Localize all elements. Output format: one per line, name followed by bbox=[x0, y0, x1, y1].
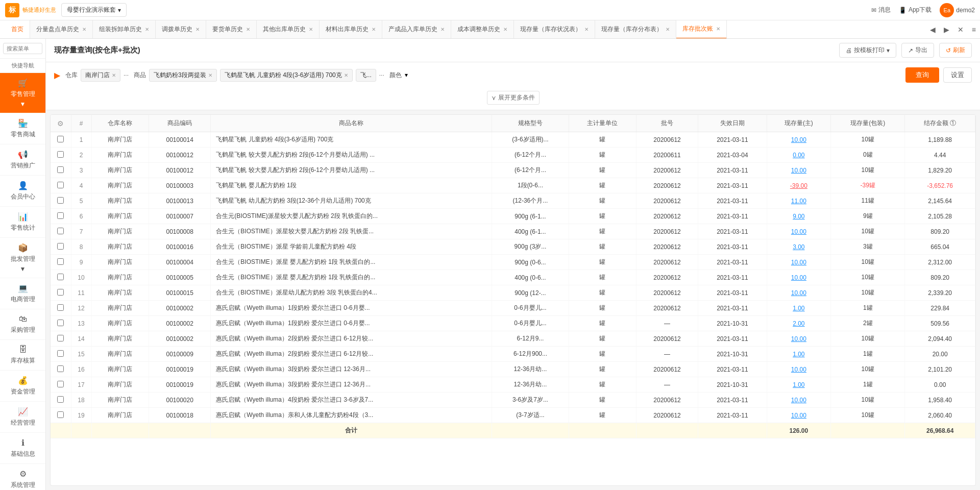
tab-close-icon[interactable]: ✕ bbox=[246, 27, 250, 32]
td-qty-main[interactable]: 10.00 bbox=[767, 408, 831, 423]
sidebar-item-wholesale[interactable]: 📦 批发管理 ▼ bbox=[0, 238, 45, 278]
sidebar-item-member[interactable]: 👤 会员中心 bbox=[0, 176, 45, 207]
row-checkbox[interactable] bbox=[57, 151, 64, 158]
tab-close-icon[interactable]: ✕ bbox=[145, 27, 149, 32]
tab-close-icon[interactable]: ✕ bbox=[309, 27, 313, 32]
tab-chengben[interactable]: 成本调整单历史 ✕ bbox=[451, 20, 514, 39]
tab-fenpan[interactable]: 分量盘点单历史 ✕ bbox=[30, 20, 93, 39]
row-checkbox[interactable] bbox=[57, 335, 64, 341]
row-checkbox[interactable] bbox=[57, 166, 64, 173]
row-checkbox[interactable] bbox=[57, 243, 64, 250]
store-selector[interactable]: 母婴行业演示账套 ▾ bbox=[61, 3, 127, 17]
expand-more-conditions-button[interactable]: ⋎ 展开更多条件 bbox=[487, 91, 540, 105]
sidebar-item-marketing[interactable]: 📢 营销推广 bbox=[0, 144, 45, 176]
td-qty-main[interactable]: -39.00 bbox=[767, 178, 831, 193]
app-download-action[interactable]: 📱 App下载 bbox=[899, 6, 932, 14]
product-tag-1[interactable]: 飞鹤奶粉3段两提装 ✕ bbox=[149, 69, 217, 82]
sidebar-item-retail-shop[interactable]: 🏪 零售商城 bbox=[0, 113, 45, 144]
search-input[interactable] bbox=[3, 43, 42, 54]
td-qty-main[interactable]: 10.00 bbox=[767, 270, 831, 285]
export-button[interactable]: ↗ 导出 bbox=[901, 43, 934, 58]
td-qty-main[interactable]: 10.00 bbox=[767, 331, 831, 347]
td-qty-main[interactable]: 10.00 bbox=[767, 393, 831, 408]
row-checkbox[interactable] bbox=[57, 365, 64, 372]
tab-prev-icon[interactable]: ◀ bbox=[926, 26, 940, 34]
row-checkbox[interactable] bbox=[57, 136, 64, 142]
sidebar-item-finance[interactable]: 💰 资金管理 bbox=[0, 371, 45, 402]
td-qty-main[interactable]: 9.00 bbox=[767, 209, 831, 224]
tag-close-icon[interactable]: ✕ bbox=[208, 72, 212, 78]
tab-close-icon[interactable]: ✕ bbox=[372, 27, 376, 32]
row-checkbox[interactable] bbox=[57, 274, 64, 280]
row-checkbox[interactable] bbox=[57, 396, 64, 403]
td-qty-main[interactable]: 11.00 bbox=[767, 193, 831, 209]
row-checkbox[interactable] bbox=[57, 258, 64, 265]
tab-zuhe[interactable]: 组装拆卸单历史 ✕ bbox=[93, 20, 156, 39]
td-qty-main[interactable]: 2.00 bbox=[767, 316, 831, 331]
row-checkbox[interactable] bbox=[57, 381, 64, 387]
tab-yaohuo[interactable]: 要货单历史 ✕ bbox=[206, 20, 257, 39]
message-action[interactable]: ✉ 消息 bbox=[871, 6, 891, 14]
tab-close-icon[interactable]: ✕ bbox=[195, 27, 200, 32]
td-qty-main[interactable]: 1.00 bbox=[767, 377, 831, 393]
sidebar-item-system[interactable]: ⚙ 系统管理 bbox=[0, 464, 45, 490]
row-checkbox[interactable] bbox=[57, 212, 64, 219]
row-checkbox[interactable] bbox=[57, 350, 64, 357]
sidebar-item-retail-management[interactable]: 🛒 零售管理 ▼ bbox=[0, 73, 45, 113]
tab-close-icon[interactable]: ✕ bbox=[440, 27, 445, 32]
sidebar-item-operations[interactable]: 📈 经营管理 bbox=[0, 402, 45, 433]
product-tag-more[interactable]: 飞... bbox=[356, 69, 376, 82]
warehouse-more-icon[interactable]: ··· bbox=[124, 71, 129, 79]
tab-chanpin[interactable]: 产成品入库单历史 ✕ bbox=[382, 20, 451, 39]
row-checkbox[interactable] bbox=[57, 304, 64, 311]
gear-icon[interactable]: ⚙ bbox=[57, 119, 64, 128]
tab-close-icon[interactable]: ✕ bbox=[82, 27, 86, 32]
settings-button[interactable]: 设置 bbox=[943, 67, 972, 83]
row-checkbox[interactable] bbox=[57, 289, 64, 296]
td-qty-main[interactable]: 10.00 bbox=[767, 132, 831, 148]
td-qty-main[interactable]: 0.00 bbox=[767, 148, 831, 163]
tab-qita[interactable]: 其他出库单历史 ✕ bbox=[257, 20, 320, 39]
refresh-button[interactable]: ↺ 刷新 bbox=[939, 43, 972, 58]
row-checkbox[interactable] bbox=[57, 320, 64, 326]
row-checkbox[interactable] bbox=[57, 411, 64, 418]
template-print-button[interactable]: 🖨 按模板打印 ▾ bbox=[839, 43, 896, 58]
tag-close-icon[interactable]: ✕ bbox=[344, 72, 348, 78]
tab-cailiao[interactable]: 材料出库单历史 ✕ bbox=[320, 20, 382, 39]
tab-next-icon[interactable]: ▶ bbox=[940, 26, 953, 34]
user-area[interactable]: Ea demo2 bbox=[940, 3, 975, 17]
tab-close-icon[interactable]: ✕ bbox=[666, 27, 670, 32]
tab-kucun2[interactable]: 现存量（库存分布表） ✕ bbox=[595, 20, 676, 39]
tab-kucun-pici[interactable]: 库存批次账 ✕ bbox=[676, 20, 727, 39]
td-qty-main[interactable]: 10.00 bbox=[767, 285, 831, 301]
sidebar-item-purchase[interactable]: 🛍 采购管理 bbox=[0, 309, 45, 340]
row-checkbox[interactable] bbox=[57, 182, 64, 188]
td-qty-main[interactable]: 10.00 bbox=[767, 255, 831, 270]
product-tag-2[interactable]: 飞鹤星飞帆 儿童奶粉 4段(3-6岁适用) 700克 ✕ bbox=[220, 69, 353, 82]
sidebar-item-retail-stats[interactable]: 📊 零售统计 bbox=[0, 207, 45, 238]
tab-menu-icon[interactable]: ≡ bbox=[968, 26, 980, 34]
tab-close-all-icon[interactable]: ✕ bbox=[953, 26, 968, 34]
filter-expand-icon[interactable]: ▶ bbox=[54, 70, 60, 80]
td-qty-main[interactable]: 3.00 bbox=[767, 239, 831, 255]
tab-home[interactable]: 首页 bbox=[5, 20, 30, 39]
td-qty-main[interactable]: 10.00 bbox=[767, 163, 831, 178]
row-checkbox[interactable] bbox=[57, 197, 64, 204]
query-button[interactable]: 查询 bbox=[905, 67, 939, 83]
td-qty-main[interactable]: 1.00 bbox=[767, 347, 831, 362]
sidebar-quick-nav[interactable]: 快捷导航 bbox=[0, 59, 45, 73]
sidebar-item-inventory[interactable]: 🗄 库存核算 bbox=[0, 340, 45, 371]
sidebar-item-basics[interactable]: ℹ 基础信息 bbox=[0, 433, 45, 464]
warehouse-tag[interactable]: 南岸门店 ✕ bbox=[81, 69, 120, 82]
product-more-icon[interactable]: ··· bbox=[379, 71, 384, 79]
tab-close-icon[interactable]: ✕ bbox=[716, 26, 720, 32]
td-qty-main[interactable]: 1.00 bbox=[767, 301, 831, 316]
tab-close-icon[interactable]: ✕ bbox=[584, 27, 589, 32]
td-qty-main[interactable]: 10.00 bbox=[767, 362, 831, 377]
row-checkbox[interactable] bbox=[57, 228, 64, 234]
tab-close-icon[interactable]: ✕ bbox=[503, 27, 507, 32]
td-qty-main[interactable]: 10.00 bbox=[767, 224, 831, 239]
tag-close-icon[interactable]: ✕ bbox=[112, 72, 116, 78]
color-dropdown-icon[interactable]: ▾ bbox=[405, 71, 408, 79]
tab-diaopo[interactable]: 调拨单历史 ✕ bbox=[156, 20, 206, 39]
